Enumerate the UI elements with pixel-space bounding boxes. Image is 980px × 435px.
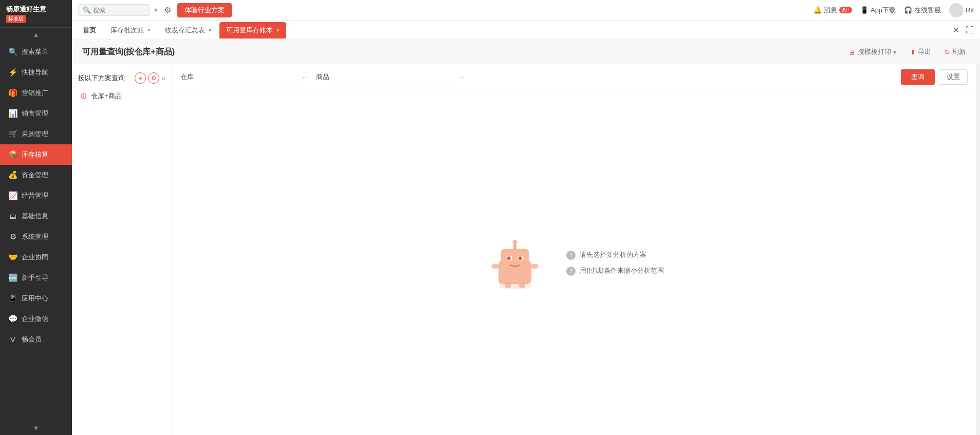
sidebar-item-search[interactable]: 🔍 搜索菜单 bbox=[0, 42, 72, 62]
header-right: 🔔 消息 99+ 📱 App下载 🎧 在线客服 Rit bbox=[813, 3, 974, 17]
expand-window-btn[interactable]: ⛶ bbox=[964, 26, 976, 35]
scroll-down-btn[interactable]: ▼ bbox=[0, 421, 72, 435]
svg-rect-11 bbox=[505, 283, 511, 288]
phone-icon: 📱 bbox=[860, 6, 868, 14]
sidebar-item-shortcut[interactable]: ⚡ 快捷导航 bbox=[0, 62, 72, 83]
warehouse-input[interactable] bbox=[197, 71, 300, 83]
chart-icon: 📊 bbox=[8, 109, 17, 118]
empty-icon-wrapper bbox=[484, 232, 546, 294]
empty-tips: 1 请先选择要分析的方案 2 用[过滤]条件来缩小分析范围 bbox=[566, 250, 663, 276]
export-label: 导出 bbox=[918, 47, 931, 56]
product-input[interactable] bbox=[332, 71, 456, 83]
filter-panel-title: 按以下方案查询 bbox=[78, 73, 125, 83]
search-icon: 🔍 bbox=[83, 6, 91, 14]
gear-icon: ⚙ bbox=[8, 232, 17, 241]
svg-rect-9 bbox=[492, 263, 500, 268]
sidebar-item-sales[interactable]: 📊 销售管理 bbox=[0, 103, 72, 124]
notifications-btn[interactable]: 🔔 消息 99+ bbox=[813, 6, 852, 15]
add-filter-btn[interactable]: + bbox=[135, 72, 146, 84]
warehouse-more-btn[interactable]: ··· bbox=[303, 73, 308, 81]
sidebar-item-vip[interactable]: V 畅会员 bbox=[0, 329, 72, 350]
sidebar-item-system[interactable]: ⚙ 系统管理 bbox=[0, 226, 72, 247]
svg-rect-10 bbox=[531, 263, 539, 268]
svg-point-8 bbox=[513, 240, 517, 244]
tip-text-2: 用[过滤]条件来缩小分析范围 bbox=[580, 266, 663, 275]
user-avatar[interactable]: Rit bbox=[949, 3, 974, 17]
header-search-box[interactable]: 🔍 bbox=[78, 4, 150, 16]
sidebar-item-finance[interactable]: 💰 资金管理 bbox=[0, 165, 72, 185]
sidebar-item-label: 营销推广 bbox=[22, 88, 48, 98]
notification-badge: 99+ bbox=[839, 7, 852, 13]
sidebar-item-label: 采购管理 bbox=[22, 129, 48, 139]
close-tab-summary[interactable]: × bbox=[208, 27, 212, 34]
tab-label: 库存批次账 bbox=[110, 26, 144, 35]
money-icon: 💰 bbox=[8, 171, 17, 180]
tab-available[interactable]: 可用量库存账本 × bbox=[219, 22, 286, 39]
close-window-btn[interactable]: ✕ bbox=[951, 25, 961, 35]
top-header: 🔍 ▾ ⚙ 体验行业方案 🔔 消息 99+ 📱 App下载 🎧 在线客服 Rit bbox=[72, 0, 980, 21]
sidebar-item-label: 快捷导航 bbox=[22, 68, 48, 77]
sidebar-item-marketing[interactable]: 🎁 营销推广 bbox=[0, 83, 72, 103]
sidebar-item-inventory[interactable]: 📦 库存核算 bbox=[0, 144, 72, 165]
filter-item-label: 仓库+商品 bbox=[91, 91, 122, 101]
print-dropdown-icon[interactable]: ▾ bbox=[893, 48, 897, 56]
tab-batch[interactable]: 库存批次账 × bbox=[104, 22, 157, 39]
sidebar-item-label: 企业协同 bbox=[22, 253, 48, 262]
filter-row: 仓库 ··· 商品 ··· 查询 设置 bbox=[172, 64, 976, 90]
product-label: 商品 bbox=[316, 72, 329, 82]
settings-button[interactable]: 设置 bbox=[939, 69, 968, 85]
sidebar-item-basic[interactable]: 🗂 基础信息 bbox=[0, 206, 72, 226]
trial-btn[interactable]: 体验行业方案 bbox=[177, 3, 232, 17]
online-service-btn[interactable]: 🎧 在线客服 bbox=[904, 6, 941, 15]
empty-tip-2: 2 用[过滤]条件来缩小分析范围 bbox=[566, 266, 663, 276]
settings-icon[interactable]: ⚙ bbox=[162, 5, 173, 15]
app-download-btn[interactable]: 📱 App下载 bbox=[860, 6, 896, 15]
tab-summary[interactable]: 收发存汇总表 × bbox=[158, 22, 218, 39]
svg-point-6 bbox=[519, 256, 522, 260]
box-icon: 📦 bbox=[8, 150, 17, 159]
handshake-icon: 🤝 bbox=[8, 253, 17, 262]
sidebar-logo: 畅康通好生意 标准版 bbox=[0, 0, 72, 28]
filter-item-warehouse-product[interactable]: ⊙ 仓库+商品 bbox=[72, 87, 172, 105]
collapse-filter-btn[interactable]: « bbox=[161, 74, 165, 82]
username: Rit bbox=[966, 6, 974, 14]
lightning-icon: ⚡ bbox=[8, 68, 17, 77]
sidebar-item-label: 销售管理 bbox=[22, 109, 48, 118]
main-area: 🔍 ▾ ⚙ 体验行业方案 🔔 消息 99+ 📱 App下载 🎧 在线客服 Rit bbox=[72, 0, 980, 435]
edit-filter-btn[interactable]: ⚙ bbox=[148, 72, 159, 84]
close-tab-available[interactable]: × bbox=[276, 27, 280, 34]
refresh-btn[interactable]: ↻ 刷新 bbox=[940, 45, 970, 59]
sidebar-item-purchase[interactable]: 🛒 采购管理 bbox=[0, 124, 72, 144]
right-scroll-hint bbox=[976, 64, 980, 435]
print-btn[interactable]: 🖨 按模板打印 ▾ bbox=[845, 45, 901, 59]
product-more-btn[interactable]: ··· bbox=[459, 73, 464, 81]
close-tab-batch[interactable]: × bbox=[147, 27, 151, 34]
sidebar-item-enterprise[interactable]: 🤝 企业协同 bbox=[0, 247, 72, 268]
tab-home[interactable]: 首页 bbox=[76, 22, 103, 39]
dropdown-icon[interactable]: ▾ bbox=[154, 6, 158, 14]
warehouse-label: 仓库 bbox=[180, 72, 194, 82]
print-icon: 🖨 bbox=[849, 48, 856, 56]
sidebar-item-label: 新手引导 bbox=[22, 273, 48, 282]
sidebar-item-wechat[interactable]: 💬 企业微信 bbox=[0, 309, 72, 329]
filter-actions: 查询 设置 bbox=[901, 69, 968, 85]
trend-icon: 📈 bbox=[8, 191, 17, 200]
svg-point-5 bbox=[507, 256, 511, 260]
sidebar-item-newguide[interactable]: 🆕 新手引导 bbox=[0, 268, 72, 288]
query-button[interactable]: 查询 bbox=[901, 69, 935, 85]
filter-header-actions: + ⚙ « bbox=[135, 72, 165, 84]
sidebar-item-label: 资金管理 bbox=[22, 171, 48, 180]
sidebar: 畅康通好生意 标准版 ▲ 🔍 搜索菜单 ⚡ 快捷导航 🎁 营销推广 📊 销售管理… bbox=[0, 0, 72, 435]
bell-icon: 🔔 bbox=[813, 6, 822, 14]
sidebar-item-operations[interactable]: 📈 经营管理 bbox=[0, 185, 72, 206]
header-search-input[interactable] bbox=[93, 7, 139, 14]
headset-icon: 🎧 bbox=[904, 6, 912, 14]
scroll-up-btn[interactable]: ▲ bbox=[0, 28, 72, 42]
empty-illustration bbox=[487, 235, 543, 291]
sidebar-item-apps[interactable]: 📱 应用中心 bbox=[0, 288, 72, 309]
export-btn[interactable]: ⬆ 导出 bbox=[906, 45, 935, 59]
sidebar-nav: 🔍 搜索菜单 ⚡ 快捷导航 🎁 营销推广 📊 销售管理 🛒 采购管理 📦 库存核… bbox=[0, 42, 72, 421]
empty-state: 1 请先选择要分析的方案 2 用[过滤]条件来缩小分析范围 bbox=[172, 90, 976, 435]
empty-tip-1: 1 请先选择要分析的方案 bbox=[566, 250, 663, 260]
content-area: 按以下方案查询 + ⚙ « ⊙ 仓库+商品 仓库 ··· bbox=[72, 64, 980, 435]
